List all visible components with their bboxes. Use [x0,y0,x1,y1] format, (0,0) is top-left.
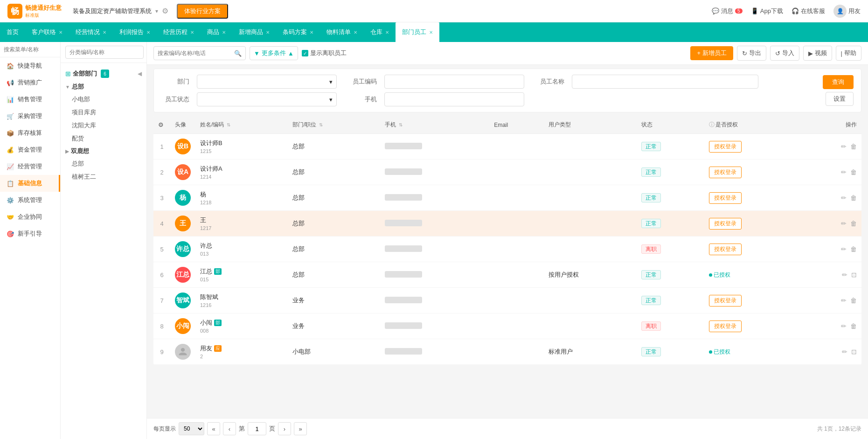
set-button[interactable]: 设置 [826,92,854,106]
close-icon[interactable]: ✕ [59,30,62,35]
tab-home[interactable]: 首页 [0,22,25,42]
sidebar-item-basic[interactable]: 📋 基础信息 [0,175,60,192]
delete-icon[interactable]: 🗑 [850,143,857,150]
close-icon[interactable]: ✕ [385,30,389,35]
tree-group-headquarters[interactable]: ▼ 总部 [61,81,146,93]
sidebar-item-sales[interactable]: 📊 销售管理 [0,91,60,108]
app-download-btn[interactable]: 📱 App下载 [751,7,783,15]
user-btn[interactable]: 👤 用友 [833,5,861,18]
auth-button[interactable]: 授权登录 [709,244,742,255]
tree-node-zongbu[interactable]: 总部 [61,157,146,170]
more-filter-btn[interactable]: ▼ 更多条件 ▲ [250,46,298,60]
edit-icon[interactable]: ✏ [841,245,847,253]
trial-button[interactable]: 体验行业方案 [177,4,228,19]
emp-code-input[interactable] [384,75,524,89]
close-icon[interactable]: ✕ [429,30,433,35]
emp-status-select[interactable]: ▾ [197,92,337,106]
tree-node-shenyang[interactable]: 沈阳大库 [61,119,146,132]
col-name[interactable]: 姓名/编码 ⇅ [195,116,288,134]
tree-group-shuanglu[interactable]: ▶ 双鹿想 [61,145,146,157]
import-button[interactable]: ↺ 导入 [770,46,799,61]
add-employee-button[interactable]: + 新增员工 [690,46,733,60]
auth-button[interactable]: 授权登录 [709,167,742,178]
tab-new-goods[interactable]: 新增商品✕ [232,22,276,42]
export-button[interactable]: ↻ 导出 [737,46,766,61]
edit-icon[interactable]: ✏ [841,168,847,176]
edit-icon[interactable]: ✏ [841,194,847,202]
col-dept[interactable]: 部门/职位 ⇅ [288,116,380,134]
edit-icon[interactable]: ✏ [842,271,847,279]
help-button[interactable]: | 帮助 [836,46,861,61]
prev-page-btn[interactable]: ‹ [223,422,236,435]
tab-warehouse[interactable]: 仓库✕ [364,22,396,42]
show-resigned-checkbox[interactable]: ✓ 显示离职员工 [302,49,347,57]
tree-search-input[interactable] [65,46,144,59]
tab-customer[interactable]: 客户联络✕ [25,22,69,42]
edit-icon[interactable]: ✏ [841,220,847,227]
delete-icon[interactable]: 🗑 [850,322,857,330]
sidebar-search-input[interactable] [4,46,61,53]
close-icon[interactable]: ✕ [103,30,106,35]
tab-history[interactable]: 经营历程✕ [157,22,201,42]
tree-node-project[interactable]: 项目库房 [61,106,146,119]
tab-barcode[interactable]: 条码方案✕ [276,22,320,42]
delete-icon[interactable]: 🗑 [850,245,857,253]
phone-input[interactable] [384,92,524,106]
delete-icon[interactable]: 🗑 [850,297,857,304]
settings-icon[interactable]: ⚙ [158,121,164,128]
auth-button[interactable]: 授权登录 [709,218,742,230]
auth-button[interactable]: 授权登录 [709,192,742,204]
delete-icon[interactable]: 🗑 [850,168,857,176]
last-page-btn[interactable]: » [294,422,307,435]
view-button[interactable]: ▶ 视频 [803,46,832,61]
query-button[interactable]: 查询 [823,75,854,89]
close-icon[interactable]: ✕ [266,30,270,35]
service-btn[interactable]: 🎧 在线客服 [792,7,825,15]
close-icon[interactable]: ✕ [190,30,194,35]
close-icon[interactable]: ✕ [354,30,357,35]
message-btn[interactable]: 💬 消息 5 [712,7,743,15]
close-icon[interactable]: ✕ [222,30,226,35]
copy-icon[interactable]: ⊡ [851,348,857,355]
gear-icon[interactable]: ⚙ [162,7,168,15]
sidebar-item-finance[interactable]: 💰 资金管理 [0,141,60,158]
edit-icon[interactable]: ✏ [841,143,847,150]
tree-node-zhishu[interactable]: 植树王二 [61,170,146,183]
col-settings[interactable]: ⚙ [153,116,170,134]
page-input[interactable] [248,422,266,435]
auth-button[interactable]: 授权登录 [709,141,742,153]
delete-icon[interactable]: 🗑 [850,194,857,202]
dropdown-arrow-icon[interactable]: ▾ [155,8,158,14]
dept-filter-select[interactable]: ▾ [197,75,337,89]
search-input[interactable] [158,50,232,56]
sidebar-item-quicknav[interactable]: 🏠 快捷导航 [0,57,60,74]
sidebar-item-collab[interactable]: 🤝 企业协同 [0,209,60,225]
delete-icon[interactable]: 🗑 [850,220,857,227]
sidebar-item-purchase[interactable]: 🛒 采购管理 [0,108,60,125]
first-page-btn[interactable]: « [207,422,220,435]
tree-all-dept[interactable]: ⊞ 全部部门 6 ◀ [61,67,146,81]
sidebar-item-system[interactable]: ⚙️ 系统管理 [0,192,60,209]
sidebar-item-bizmanage[interactable]: 📈 经营管理 [0,158,60,175]
close-icon[interactable]: ✕ [146,30,150,35]
sidebar-item-inventory[interactable]: 📦 库存核算 [0,125,60,141]
tree-node-xiaodibu[interactable]: 小电部 [61,93,146,106]
emp-name-input[interactable] [572,75,758,89]
tab-employees[interactable]: 部门员工✕ [396,22,439,42]
auth-button[interactable]: 授权登录 [709,321,742,332]
tab-operations[interactable]: 经营情况✕ [69,22,113,42]
tree-collapse-arrow[interactable]: ◀ [138,70,142,77]
tab-profit[interactable]: 利润报告✕ [113,22,157,42]
close-icon[interactable]: ✕ [310,30,313,35]
tree-node-delivery[interactable]: 配货 [61,132,146,145]
copy-icon[interactable]: ⊡ [851,271,857,279]
tab-goods[interactable]: 商品✕ [201,22,232,42]
sidebar-item-guide[interactable]: 🎯 新手引导 [0,225,60,242]
col-phone[interactable]: 手机 ⇅ [380,116,489,134]
auth-button[interactable]: 授权登录 [709,295,742,307]
sidebar-item-marketing[interactable]: 📢 营销推广 [0,74,60,91]
tab-bom[interactable]: 物料清单✕ [320,22,364,42]
next-page-btn[interactable]: › [278,422,291,435]
per-page-select[interactable]: 50 100 200 [179,422,204,435]
edit-icon[interactable]: ✏ [841,322,847,330]
